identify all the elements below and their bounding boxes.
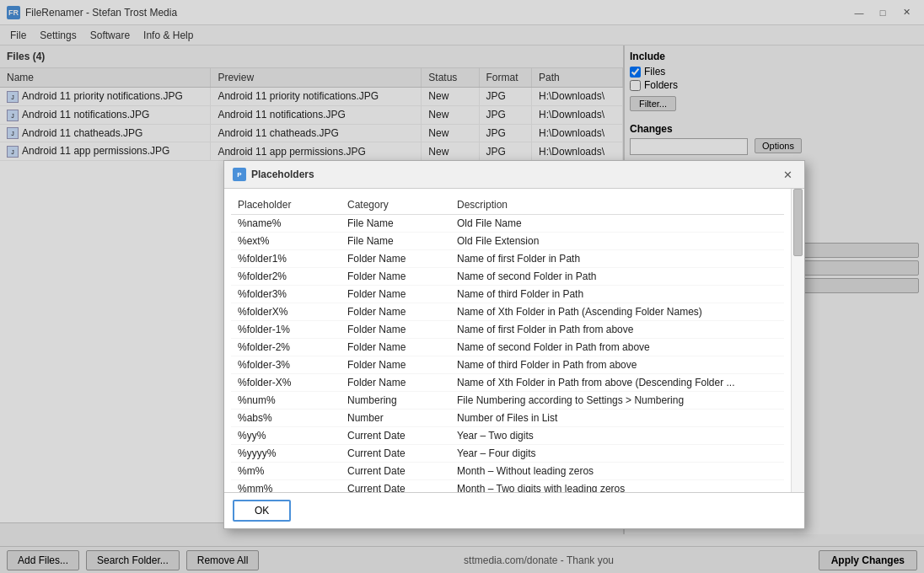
- ph-placeholder: %num%: [231, 392, 341, 410]
- placeholder-row[interactable]: %ext% File Name Old File Extension: [231, 233, 784, 250]
- ph-description: Old File Extension: [450, 233, 784, 250]
- ph-placeholder: %folder1%: [231, 250, 341, 268]
- placeholder-table-container[interactable]: Placeholder Category Description %name% …: [224, 189, 791, 492]
- placeholder-row[interactable]: %folder-3% Folder Name Name of third Fol…: [231, 356, 784, 374]
- modal-title: Placeholders: [251, 169, 314, 180]
- placeholder-row[interactable]: %num% Numbering File Numbering according…: [231, 392, 784, 410]
- col-description: Description: [450, 195, 784, 215]
- ph-description: Name of third Folder in Path: [450, 286, 784, 303]
- modal-close-button[interactable]: ✕: [779, 166, 796, 183]
- ph-placeholder: %folder-3%: [231, 356, 341, 374]
- ok-button[interactable]: OK: [233, 500, 291, 522]
- placeholder-row[interactable]: %abs% Number Number of Files in List: [231, 410, 784, 427]
- ph-placeholder: %name%: [231, 215, 341, 233]
- modal-titlebar: P Placeholders ✕: [224, 161, 804, 189]
- ph-placeholder: %folderX%: [231, 303, 341, 321]
- ph-category: Folder Name: [341, 303, 450, 321]
- placeholders-modal: P Placeholders ✕ Placeholder Category De…: [223, 160, 805, 529]
- modal-footer: OK: [224, 492, 804, 528]
- col-placeholder: Placeholder: [231, 195, 341, 215]
- ph-description: Name of second Folder in Path: [450, 268, 784, 286]
- placeholder-row[interactable]: %m% Current Date Month – Without leading…: [231, 463, 784, 480]
- ph-placeholder: %folder-1%: [231, 321, 341, 339]
- ph-description: Number of Files in List: [450, 410, 784, 427]
- placeholder-row[interactable]: %yy% Current Date Year – Two digits: [231, 427, 784, 445]
- ph-placeholder: %folder-X%: [231, 374, 341, 392]
- ph-category: Current Date: [341, 445, 450, 463]
- ph-category: Folder Name: [341, 374, 450, 392]
- ph-category: Current Date: [341, 463, 450, 480]
- ph-placeholder: %m%: [231, 463, 341, 480]
- modal-icon: P: [233, 168, 246, 181]
- ph-description: Name of Xth Folder in Path (Ascending Fo…: [450, 303, 784, 321]
- placeholder-row[interactable]: %mm% Current Date Month – Two digits wit…: [231, 480, 784, 493]
- ph-placeholder: %yy%: [231, 427, 341, 445]
- placeholder-row[interactable]: %folder-2% Folder Name Name of second Fo…: [231, 339, 784, 356]
- ph-description: Old File Name: [450, 215, 784, 233]
- placeholder-row[interactable]: %folder-1% Folder Name Name of first Fol…: [231, 321, 784, 339]
- modal-scrollbar[interactable]: [791, 189, 804, 492]
- ph-description: Name of third Folder in Path from above: [450, 356, 784, 374]
- ph-category: Current Date: [341, 480, 450, 493]
- ph-description: Year – Four digits: [450, 445, 784, 463]
- placeholder-row[interactable]: %yyyy% Current Date Year – Four digits: [231, 445, 784, 463]
- ph-category: Folder Name: [341, 339, 450, 356]
- ph-description: Name of first Folder in Path from above: [450, 321, 784, 339]
- placeholder-row[interactable]: %folderX% Folder Name Name of Xth Folder…: [231, 303, 784, 321]
- ph-category: Folder Name: [341, 356, 450, 374]
- ph-category: Numbering: [341, 392, 450, 410]
- ph-category: Folder Name: [341, 286, 450, 303]
- ph-placeholder: %folder2%: [231, 268, 341, 286]
- modal-scrollbar-thumb: [793, 189, 803, 256]
- ph-description: Year – Two digits: [450, 427, 784, 445]
- ph-description: Name of Xth Folder in Path from above (D…: [450, 374, 784, 392]
- modal-overlay: P Placeholders ✕ Placeholder Category De…: [0, 0, 924, 573]
- ph-category: Number: [341, 410, 450, 427]
- ph-category: Current Date: [341, 427, 450, 445]
- ph-category: Folder Name: [341, 250, 450, 268]
- ph-placeholder: %yyyy%: [231, 445, 341, 463]
- ph-placeholder: %folder-2%: [231, 339, 341, 356]
- ph-placeholder: %folder3%: [231, 286, 341, 303]
- ph-placeholder: %abs%: [231, 410, 341, 427]
- ph-description: Month – Without leading zeros: [450, 463, 784, 480]
- placeholder-row[interactable]: %folder2% Folder Name Name of second Fol…: [231, 268, 784, 286]
- ph-category: File Name: [341, 215, 450, 233]
- ph-category: Folder Name: [341, 321, 450, 339]
- ph-description: Name of second Folder in Path from above: [450, 339, 784, 356]
- placeholder-tbody: %name% File Name Old File Name %ext% Fil…: [231, 215, 784, 493]
- ph-category: File Name: [341, 233, 450, 250]
- ph-description: Month – Two digits with leading zeros: [450, 480, 784, 493]
- ph-description: File Numbering according to Settings > N…: [450, 392, 784, 410]
- modal-title-left: P Placeholders: [233, 168, 314, 181]
- placeholder-row[interactable]: %folder-X% Folder Name Name of Xth Folde…: [231, 374, 784, 392]
- ph-placeholder: %ext%: [231, 233, 341, 250]
- ph-placeholder: %mm%: [231, 480, 341, 493]
- placeholder-row[interactable]: %name% File Name Old File Name: [231, 215, 784, 233]
- placeholder-row[interactable]: %folder1% Folder Name Name of first Fold…: [231, 250, 784, 268]
- ph-category: Folder Name: [341, 268, 450, 286]
- placeholder-table: Placeholder Category Description %name% …: [231, 195, 784, 492]
- placeholder-header-row: Placeholder Category Description: [231, 195, 784, 215]
- ph-description: Name of first Folder in Path: [450, 250, 784, 268]
- modal-body: Placeholder Category Description %name% …: [224, 189, 804, 492]
- placeholder-row[interactable]: %folder3% Folder Name Name of third Fold…: [231, 286, 784, 303]
- col-category: Category: [341, 195, 450, 215]
